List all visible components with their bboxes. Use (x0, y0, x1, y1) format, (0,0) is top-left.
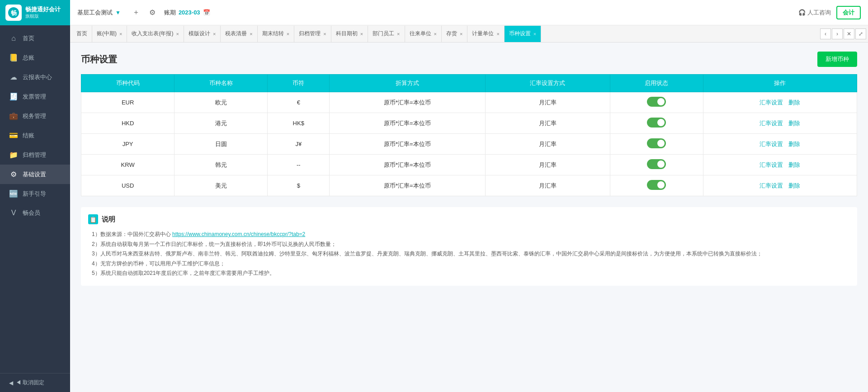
rate-setting-link[interactable]: 汇率设置 (760, 182, 783, 189)
action-cell: 汇率设置删除 (703, 175, 857, 196)
tab-dept[interactable]: 部门员工× (368, 26, 405, 42)
tab-close-icon[interactable]: × (360, 31, 363, 37)
rate-setting-link[interactable]: 汇率设置 (760, 99, 783, 106)
sidebar-item-tax[interactable]: 💼税务管理 (0, 106, 70, 126)
tab-units[interactable]: 往来单位× (405, 26, 442, 42)
enabled-toggle[interactable] (647, 118, 666, 128)
page-title: 币种设置 (81, 53, 117, 66)
tab-close-icon[interactable]: × (460, 31, 462, 37)
tab-period[interactable]: 账(中期)× (92, 26, 127, 42)
sidebar-item-member[interactable]: V畅会员 (0, 203, 70, 222)
tab-close-icon[interactable]: × (397, 31, 400, 37)
tab-label: 币种设置 (509, 30, 531, 38)
settings-icon: ⚙ (9, 170, 18, 179)
tab-label: 部门员工 (373, 30, 394, 38)
tab-label: 税表清册 (225, 30, 247, 38)
header-right: 🎧 人工咨询 会计 (798, 6, 861, 19)
tab-inventory[interactable]: 存货× (442, 26, 467, 42)
table-cell: 原币*汇率=本位币 (330, 92, 486, 113)
tax-icon: 💼 (9, 112, 18, 120)
rate-setting-link[interactable]: 汇率设置 (760, 120, 783, 127)
member-icon: V (9, 209, 18, 217)
customer-service-label: 人工咨询 (807, 9, 831, 17)
enabled-toggle[interactable] (647, 159, 666, 169)
table-cell: J¥ (268, 134, 330, 155)
customer-service-btn[interactable]: 🎧 人工咨询 (798, 9, 831, 17)
table-cell: 月汇率 (485, 155, 610, 175)
sidebar-item-invoice[interactable]: 🧾发票管理 (0, 87, 70, 106)
tab-close-icon[interactable]: × (176, 31, 179, 37)
table-column-header: 币种名称 (175, 75, 268, 92)
delete-link[interactable]: 删除 (788, 141, 800, 147)
tab-currency[interactable]: 币种设置× (505, 26, 541, 42)
tab-label: 往来单位 (410, 30, 431, 38)
delete-link[interactable]: 删除 (788, 99, 800, 106)
notice-item-2: 3）人民币对马来西亚林吉特、俄罗斯卢布、南非兰特、韩元、阿联酋迪拉姆、沙特里亚尔… (92, 249, 850, 259)
account-button[interactable]: 会计 (836, 6, 861, 19)
sidebar-item-guide[interactable]: 🆕新手引导 (0, 184, 70, 203)
workspace-selector[interactable]: 基层工会测试 ▼ (77, 9, 121, 17)
tab-close-icon[interactable]: × (323, 31, 326, 37)
tab-maximize-button[interactable]: ⤢ (855, 28, 866, 39)
sidebar-item-checkout[interactable]: 💳结账 (0, 126, 70, 145)
tab-home[interactable]: 首页 (72, 26, 92, 42)
svg-text:畅: 畅 (11, 9, 17, 16)
sidebar-item-settings[interactable]: ⚙基础设置 (0, 165, 70, 184)
enabled-toggle[interactable] (647, 138, 666, 148)
headset-icon: 🎧 (798, 9, 806, 16)
sidebar-item-label: 云报表中心 (23, 73, 52, 81)
tab-next-button[interactable]: › (832, 28, 843, 39)
notice-link[interactable]: https://www.chinamoney.com.cn/chinese/bk… (172, 231, 305, 237)
tab-close-icon[interactable]: × (287, 31, 289, 37)
delete-link[interactable]: 删除 (788, 120, 800, 127)
tab-close-icon[interactable]: × (213, 31, 216, 37)
sidebar-item-home[interactable]: ⌂首页 (0, 29, 70, 48)
delete-link[interactable]: 删除 (788, 182, 800, 189)
table-cell: JPY (81, 134, 175, 155)
tab-subjects[interactable]: 科目期初× (331, 26, 368, 42)
enabled-cell (610, 113, 703, 134)
tab-template[interactable]: 模版设计× (184, 26, 221, 42)
checkout-icon: 💳 (9, 131, 18, 140)
tab-close-icon[interactable]: × (250, 31, 252, 37)
enabled-toggle[interactable] (647, 97, 666, 107)
add-workspace-button[interactable]: ＋ (130, 6, 142, 19)
table-cell: 原币*汇率=本位币 (330, 134, 486, 155)
tab-measure[interactable]: 计量单位× (467, 26, 504, 42)
enabled-toggle[interactable] (647, 180, 666, 190)
tab-archive[interactable]: 归档管理× (294, 26, 331, 42)
sidebar-item-label: 新手引导 (23, 190, 46, 198)
tab-income[interactable]: 收入支出表(年报)× (127, 26, 184, 42)
enabled-cell (610, 175, 703, 196)
table-cell: 欧元 (175, 92, 268, 113)
calendar-icon[interactable]: 📅 (203, 9, 210, 16)
sidebar-item-general-ledger[interactable]: 📒总账 (0, 48, 70, 67)
tab-close-icon[interactable]: × (496, 31, 499, 37)
sidebar-item-archive[interactable]: 📁归档管理 (0, 145, 70, 165)
enabled-cell (610, 155, 703, 175)
logo-text: 畅捷通好会计 (25, 6, 61, 14)
sidebar-nav: ⌂首页📒总账☁云报表中心🧾发票管理💼税务管理💳结账📁归档管理⚙基础设置🆕新手引导… (0, 25, 70, 373)
rate-setting-link[interactable]: 汇率设置 (760, 161, 783, 168)
tab-label: 计量单位 (472, 30, 494, 38)
sidebar-footer[interactable]: ◀ ◀ 取消固定 (0, 373, 70, 392)
tab-label: 收入支出表(年报) (132, 30, 173, 38)
tab-close-icon[interactable]: × (533, 31, 536, 37)
table-header: 币种代码币种名称币符折算方式汇率设置方式启用状态操作 (81, 75, 857, 92)
tab-tax[interactable]: 税表清册× (221, 26, 257, 42)
table-column-header: 启用状态 (610, 75, 703, 92)
logo-area: 畅 畅捷通好会计 旗舰版 (0, 0, 70, 25)
tab-period-end[interactable]: 期末结转× (258, 26, 294, 42)
delete-link[interactable]: 删除 (788, 161, 800, 168)
sidebar-item-reports[interactable]: ☁云报表中心 (0, 67, 70, 87)
sidebar-footer-label: ◀ 取消固定 (16, 379, 44, 387)
notice-list: 1）数据来源：中国外汇交易中心 https://www.chinamoney.c… (88, 230, 850, 279)
tab-close-icon[interactable]: × (119, 31, 122, 37)
tab-prev-button[interactable]: ‹ (820, 28, 831, 39)
tab-close-icon[interactable]: × (434, 31, 437, 37)
rate-setting-link[interactable]: 汇率设置 (760, 141, 783, 147)
sidebar-item-label: 税务管理 (23, 112, 46, 120)
settings-button[interactable]: ⚙ (146, 6, 159, 19)
new-currency-button[interactable]: 新增币种 (817, 52, 857, 67)
tab-close-all-button[interactable]: ✕ (844, 28, 854, 39)
